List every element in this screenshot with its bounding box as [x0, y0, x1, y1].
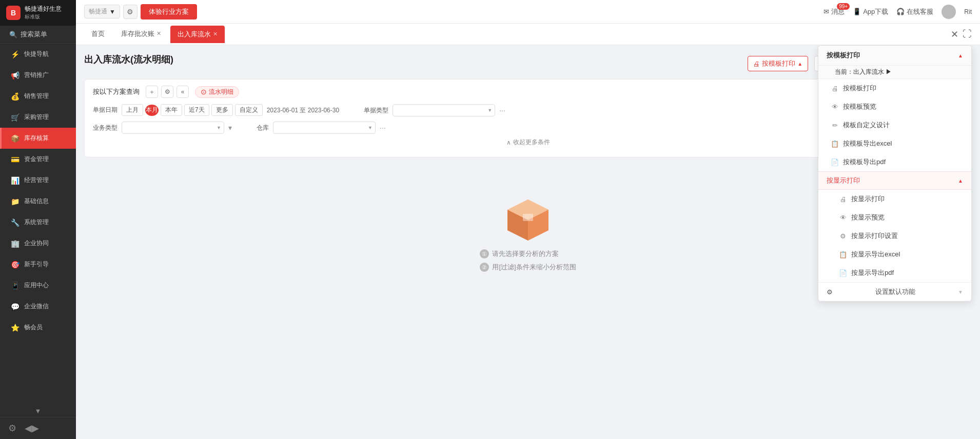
date-buttons: 上月 本月 本年 近7天 更多 自定义: [122, 104, 263, 116]
empty-steps: ① 请先选择要分析的方案 ② 用[过滤]条件来缩小分析范围: [480, 247, 576, 274]
biz-type-label: 业务类型: [93, 124, 117, 132]
purchase-icon: 🛒: [10, 113, 20, 122]
warehouse-filter-group: 仓库 ···: [257, 122, 386, 134]
sidebar-item-quick-nav[interactable]: ⚡ 快捷导航: [0, 44, 76, 65]
quick-nav-icon: ⚡: [10, 50, 20, 58]
template-preview-icon: 👁: [831, 103, 839, 111]
current-chevron-icon: ▶: [886, 68, 892, 75]
sidebar-item-basic[interactable]: 📁 基础信息: [0, 191, 76, 212]
main-area: 畅捷通 ▼ ⚙ 体验行业方案 ✉ 消息 99+ 📱 App下载 🎧 在线客服 R…: [76, 0, 980, 439]
doc-type-more-icon[interactable]: ···: [499, 106, 505, 114]
add-filter-button[interactable]: ＋: [146, 86, 158, 98]
dropdown-item-template-preview[interactable]: 👁 按模板预览: [818, 97, 971, 116]
online-service-button[interactable]: 🎧 在线客服: [896, 7, 933, 16]
topbar-right: ✉ 消息 99+ 📱 App下载 🎧 在线客服 Rit: [824, 5, 972, 19]
warehouse-select-wrapper: [273, 122, 376, 134]
sidebar-item-marketing[interactable]: 📢 营销推广: [0, 65, 76, 86]
dropdown-footer-settings[interactable]: ⚙ 设置默认功能 ▼: [818, 282, 971, 301]
tab-maximize[interactable]: ⛶: [963, 29, 972, 40]
phone-icon: 📱: [853, 8, 861, 15]
tab-inventory-batch[interactable]: 库存批次账 ✕: [114, 25, 168, 44]
biz-type-more-icon[interactable]: ▾: [228, 124, 232, 132]
sidebar-item-finance[interactable]: 💳 资金管理: [0, 149, 76, 170]
sidebar-item-app-center[interactable]: 📱 应用中心: [0, 275, 76, 296]
enterprise-icon: 🏢: [10, 240, 20, 248]
headset-icon: 🎧: [896, 8, 905, 15]
sidebar-item-purchase[interactable]: 🛒 采购管理: [0, 107, 76, 128]
dropdown-item-display-preview[interactable]: 👁 按显示预览: [818, 208, 971, 227]
warehouse-more-icon[interactable]: ···: [380, 124, 386, 132]
dropdown-item-display-print[interactable]: 🖨 按显示打印: [818, 190, 971, 208]
tab-close-inventory-batch[interactable]: ✕: [156, 30, 161, 37]
date-btn-more[interactable]: 更多: [211, 104, 233, 116]
sidebar-item-sales[interactable]: 💰 销售管理: [0, 86, 76, 107]
wechat-icon: 💬: [10, 303, 20, 311]
dropdown-item-template-excel[interactable]: 📋 按模板导出excel: [818, 134, 971, 153]
user-selector[interactable]: 畅捷通 ▼: [84, 5, 120, 18]
date-btn-this-month[interactable]: 本月: [145, 105, 159, 116]
filter-tag: ⊙ 流水明细: [195, 86, 239, 98]
operations-icon: 📊: [10, 176, 20, 185]
logo-icon: B: [6, 6, 21, 20]
tabbar: 首页 库存批次账 ✕ 出入库流水 ✕ ✕ ⛶: [76, 24, 980, 45]
doc-type-filter-group: 单据类型 ···: [364, 104, 505, 116]
filter-tag-icon: ⊙: [201, 88, 207, 96]
dropdown-item-template-custom[interactable]: ✏ 模板自定义设计: [818, 116, 971, 134]
date-btn-7days[interactable]: 近7天: [184, 104, 209, 116]
collapse-icon[interactable]: ◀▶: [25, 423, 39, 434]
doc-type-select-wrapper: [393, 104, 495, 116]
sidebar-item-operations[interactable]: 📊 经营管理: [0, 170, 76, 191]
biz-type-select[interactable]: [122, 122, 224, 134]
tab-close-all[interactable]: ✕: [951, 29, 958, 40]
sidebar-item-inventory[interactable]: 📦 库存核算: [0, 128, 76, 149]
dropdown-item-display-settings[interactable]: ⚙ 按显示打印设置: [818, 227, 971, 245]
settings-icon[interactable]: ⚙: [8, 423, 16, 434]
current-template-label: 当前：出入库流水 ▶: [818, 66, 971, 79]
sidebar-item-system[interactable]: 🔧 系统管理: [0, 212, 76, 233]
user-avatar[interactable]: [942, 5, 956, 19]
dropdown-item-template-print[interactable]: 🖨 按模板打印: [818, 79, 971, 97]
sidebar-bottom: ⚙ ◀▶: [0, 417, 76, 439]
logo-text: 畅捷通好生意 标准版: [25, 5, 62, 21]
printer-icon: 🖨: [753, 60, 760, 68]
template-excel-icon: 📋: [831, 139, 839, 148]
template-custom-icon: ✏: [831, 121, 839, 129]
biz-type-filter-group: 业务类型 ▾: [93, 122, 232, 134]
display-excel-icon: 📋: [839, 250, 847, 258]
date-btn-custom[interactable]: 自定义: [235, 104, 263, 116]
sidebar-item-wechat[interactable]: 💬 企业微信: [0, 296, 76, 317]
date-btn-this-year[interactable]: 本年: [161, 104, 182, 116]
tab-home[interactable]: 首页: [84, 25, 112, 44]
empty-step-1: ① 请先选择要分析的方案: [480, 247, 576, 261]
warehouse-select[interactable]: [273, 122, 376, 134]
dropdown-item-display-excel[interactable]: 📋 按显示导出excel: [818, 245, 971, 264]
date-btn-last-month[interactable]: 上月: [122, 104, 143, 116]
sidebar-search[interactable]: 🔍 搜索菜单: [0, 26, 76, 44]
tab-inout-flow[interactable]: 出入库流水 ✕: [170, 26, 225, 43]
dropdown-item-display-pdf[interactable]: 📄 按显示导出pdf: [818, 264, 971, 282]
display-print-section[interactable]: 按显示打印 ▲: [818, 171, 971, 190]
sidebar-item-membership[interactable]: ⭐ 畅会员: [0, 317, 76, 338]
filter-settings-button[interactable]: ⚙: [161, 86, 173, 98]
message-icon: ✉: [824, 8, 829, 15]
content-area: 出入库流水(流水明细) 🖨 按模板打印 ▲ ⬆ 导出 ↻ 刷新 ··· 查询 设…: [76, 45, 980, 439]
marketing-icon: 📢: [10, 71, 20, 79]
trial-button[interactable]: 体验行业方案: [141, 4, 197, 19]
print-template-button[interactable]: 🖨 按模板打印 ▲: [748, 56, 808, 71]
sidebar-scroll-down[interactable]: ▼: [0, 405, 76, 417]
sidebar-item-enterprise[interactable]: 🏢 企业协同: [0, 233, 76, 254]
collapse-filter-button[interactable]: «: [177, 86, 189, 98]
settings-button[interactable]: ⚙: [123, 5, 138, 19]
page-title: 出入库流水(流水明细): [84, 53, 173, 66]
sidebar-item-guide[interactable]: 🎯 新手引导: [0, 254, 76, 275]
sidebar: B 畅捷通好生意 标准版 🔍 搜索菜单 ⚡ 快捷导航 📢 营销推广 💰 销售管理…: [0, 0, 76, 439]
tab-close-inout-flow[interactable]: ✕: [213, 31, 218, 37]
dropdown-collapse-icon[interactable]: ▲: [958, 53, 963, 58]
empty-step-2: ② 用[过滤]条件来缩小分析范围: [480, 261, 576, 274]
dropdown-item-template-pdf[interactable]: 📄 按模板导出pdf: [818, 153, 971, 171]
chevron-up-collapse-icon: ∧: [506, 139, 511, 146]
filter-actions: ＋ ⚙ «: [146, 86, 189, 98]
doc-type-select[interactable]: [393, 104, 495, 116]
message-button[interactable]: ✉ 消息 99+: [824, 7, 845, 16]
app-download-button[interactable]: 📱 App下载: [853, 7, 888, 16]
